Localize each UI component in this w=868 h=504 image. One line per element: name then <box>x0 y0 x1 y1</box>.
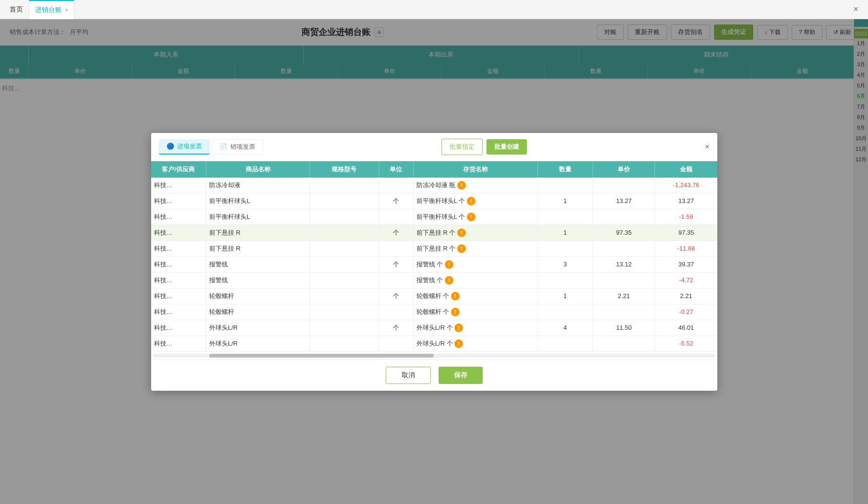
inventory-name-cell: 前平衡杆球头L 个 ! <box>413 209 537 225</box>
quantity-cell: 1 <box>537 225 593 240</box>
inventory-name-cell: 轮毂螺杆 个 ! <box>413 304 537 320</box>
unit-price-cell <box>593 272 655 288</box>
cancel-button[interactable]: 取消 <box>386 367 431 384</box>
warning-icon: ! <box>467 213 476 221</box>
table-row[interactable]: 科技… 防冻冷却液 防冻冷却液 瓶 ! -1,243.76 <box>151 178 717 193</box>
dialog-overlay: 🔵 进项发票 📄 销项发票 批量指定 批量创建 × <box>0 19 868 504</box>
amount-cell: -4.72 <box>655 272 717 288</box>
amount-cell: -0.27 <box>655 304 717 320</box>
amount-cell: 2.21 <box>655 288 717 304</box>
product-name-cell: 外球头L/R <box>206 336 310 351</box>
table-row[interactable]: 科技… 前平衡杆球头L 前平衡杆球头L 个 ! -1.59 <box>151 209 717 225</box>
batch-assign-button[interactable]: 批量指定 <box>441 139 483 155</box>
product-name-cell: 轮毂螺杆 <box>206 304 310 320</box>
spec-cell <box>309 320 379 336</box>
col-spec: 规格型号 <box>309 161 379 178</box>
home-tab-label: 首页 <box>10 5 23 14</box>
quantity-cell <box>537 240 593 256</box>
quantity-cell <box>537 178 593 193</box>
table-row[interactable]: 科技… 外球头L/R 外球头L/R 个 ! -5.52 <box>151 336 717 351</box>
warning-icon: ! <box>454 324 463 332</box>
quantity-cell: 3 <box>537 256 593 272</box>
table-row[interactable]: 科技… 报警线 个 报警线 个 ! 3 13.12 39.37 <box>151 256 717 272</box>
warning-icon: ! <box>457 181 466 190</box>
table-row[interactable]: 科技… 报警线 报警线 个 ! -4.72 <box>151 272 717 288</box>
unit-price-cell: 13.27 <box>593 193 655 209</box>
home-tab[interactable]: 首页 <box>4 0 29 19</box>
warning-icon: ! <box>445 276 453 285</box>
sales-invoice-tab[interactable]: 📄 销项发票 <box>212 139 263 155</box>
save-button[interactable]: 保存 <box>439 367 483 384</box>
col-product-name: 商品名称 <box>206 161 310 178</box>
unit-cell <box>379 336 413 351</box>
spec-cell <box>309 256 379 272</box>
inventory-name-cell: 报警线 个 ! <box>413 256 537 272</box>
unit-price-cell <box>593 178 655 193</box>
table-row[interactable]: 科技… 轮毂螺杆 轮毂螺杆 个 ! -0.27 <box>151 304 717 320</box>
table-row[interactable]: 科技… 前下悬挂 R 个 前下悬挂 R 个 ! 1 97.35 97.35 <box>151 225 717 240</box>
inventory-name-cell: 轮毂螺杆 个 ! <box>413 288 537 304</box>
amount-cell: 97.35 <box>655 225 717 240</box>
tab-close-icon[interactable]: × <box>65 7 68 13</box>
horizontal-scrollbar[interactable] <box>153 354 715 358</box>
unit-price-cell <box>593 240 655 256</box>
inventory-name-cell: 报警线 个 ! <box>413 272 537 288</box>
product-name-cell: 外球头L/R <box>206 320 310 336</box>
product-name-cell: 轮毂螺杆 <box>206 288 310 304</box>
product-name-cell: 前平衡杆球头L <box>206 193 310 209</box>
inventory-name-cell: 前平衡杆球头L 个 ! <box>413 193 537 209</box>
warning-icon: ! <box>445 260 453 269</box>
table-row[interactable]: 科技… 轮毂螺杆 个 轮毂螺杆 个 ! 1 2.21 2.21 <box>151 288 717 304</box>
amount-cell: -1,243.76 <box>655 178 717 193</box>
amount-cell: -11.68 <box>655 240 717 256</box>
amount-cell: -5.52 <box>655 336 717 351</box>
quantity-cell <box>537 272 593 288</box>
warning-icon: ! <box>454 339 463 348</box>
active-tab[interactable]: 进销台账 × <box>29 0 74 19</box>
supplier-cell: 科技… <box>151 178 206 193</box>
product-name-cell: 前下悬挂 R <box>206 225 310 240</box>
warning-icon: ! <box>467 197 476 205</box>
col-inventory-name: 存货名称 <box>413 161 537 178</box>
unit-price-cell: 11.50 <box>593 320 655 336</box>
col-amount: 金额 <box>655 161 717 178</box>
dialog-close-button[interactable]: × <box>705 143 709 151</box>
purchase-invoice-tab[interactable]: 🔵 进项发票 <box>159 139 210 155</box>
product-name-cell: 防冻冷却液 <box>206 178 310 193</box>
unit-price-cell: 97.35 <box>593 225 655 240</box>
quantity-cell <box>537 336 593 351</box>
inventory-name-cell: 前下悬挂 R 个 ! <box>413 240 537 256</box>
active-tab-label: 进销台账 <box>35 6 62 14</box>
warning-icon: ! <box>451 292 460 300</box>
table-row[interactable]: 科技… 前下悬挂 R 前下悬挂 R 个 ! -11.68 <box>151 240 717 256</box>
batch-create-button[interactable]: 批量创建 <box>487 139 527 155</box>
supplier-cell: 科技… <box>151 336 206 351</box>
supplier-cell: 科技… <box>151 240 206 256</box>
spec-cell <box>309 225 379 240</box>
spec-cell <box>309 272 379 288</box>
dialog-footer: 取消 保存 <box>151 360 717 391</box>
inventory-name-cell: 前下悬挂 R 个 ! <box>413 225 537 240</box>
product-name-cell: 报警线 <box>206 272 310 288</box>
warning-icon: ! <box>457 228 466 237</box>
unit-price-cell <box>593 336 655 351</box>
unit-price-cell: 13.12 <box>593 256 655 272</box>
unit-cell <box>379 272 413 288</box>
unit-cell <box>379 304 413 320</box>
quantity-cell: 4 <box>537 320 593 336</box>
quantity-cell <box>537 209 593 225</box>
table-row[interactable]: 科技… 前平衡杆球头L 个 前平衡杆球头L 个 ! 1 13.27 13.27 <box>151 193 717 209</box>
col-unit: 单位 <box>379 161 413 178</box>
spec-cell <box>309 240 379 256</box>
scroll-thumb[interactable] <box>209 354 434 358</box>
amount-cell: -1.59 <box>655 209 717 225</box>
unit-price-cell: 2.21 <box>593 288 655 304</box>
unit-cell <box>379 178 413 193</box>
product-name-cell: 前下悬挂 R <box>206 240 310 256</box>
table-row[interactable]: 科技… 外球头L/R 个 外球头L/R 个 ! 4 11.50 46.01 <box>151 320 717 336</box>
col-quantity: 数量 <box>537 161 593 178</box>
spec-cell <box>309 209 379 225</box>
window-close-button[interactable]: × <box>847 4 864 14</box>
col-unit-price: 单价 <box>593 161 655 178</box>
product-name-cell: 前平衡杆球头L <box>206 209 310 225</box>
